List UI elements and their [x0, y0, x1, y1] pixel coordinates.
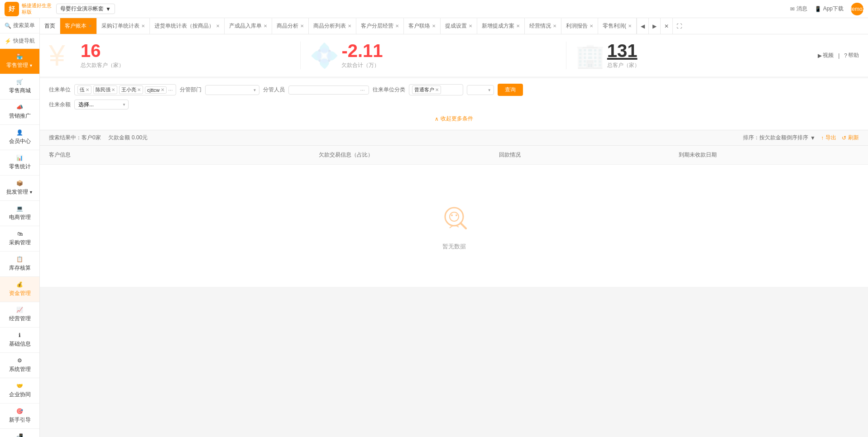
- empty-icon: [436, 201, 472, 237]
- sidebar-item-capital[interactable]: 💰 资金管理: [0, 277, 39, 302]
- tag-close-normal-customer[interactable]: ✕: [435, 87, 439, 92]
- help-links: ▶ 视频 | ? 帮助: [818, 52, 859, 59]
- sidebar: 🔍 搜索菜单 ⚡ 快捷导航 🏪 零售管理 ▼ 🛒 零售商城 📣 营销推广: [0, 18, 40, 437]
- sidebar-item-app-center[interactable]: 📲 应用中心: [0, 429, 39, 437]
- sidebar-item-marketing[interactable]: 📣 营销推广: [0, 100, 39, 125]
- sidebar-item-basic-info[interactable]: ℹ 基础信息: [0, 328, 39, 353]
- sidebar-item-enterprise[interactable]: 🤝 企业协同: [0, 378, 39, 404]
- refresh-button[interactable]: ↺ 刷新: [842, 134, 859, 142]
- tab-inbound-stat[interactable]: 进货单统计表（按商品） ✕: [150, 18, 225, 34]
- tab-close-raise-settings[interactable]: ✕: [469, 24, 472, 28]
- purchase-icon: 🛍: [17, 231, 23, 237]
- settings-icon: ⚙: [17, 357, 22, 364]
- tab-product-analysis-list[interactable]: 商品分析列表 ✕: [309, 18, 356, 34]
- member-icon: 👤: [16, 129, 23, 136]
- tab-raise-settings[interactable]: 提成设置 ✕: [441, 18, 477, 34]
- tab-product-analysis[interactable]: 商品分析 ✕: [272, 18, 309, 34]
- sidebar-item-purchase[interactable]: 🛍 采购管理: [0, 226, 39, 252]
- filter-more-tags[interactable]: ···: [168, 87, 173, 93]
- sidebar-item-retail-mgmt[interactable]: 🏪 零售管理 ▼: [0, 49, 39, 74]
- tab-close-customer-contact[interactable]: ✕: [432, 24, 436, 28]
- tab-new-raise-plan[interactable]: 新增提成方案 ✕: [477, 18, 525, 34]
- person-filter-label: 分管人员: [263, 86, 285, 94]
- export-button[interactable]: ↑ 导出: [821, 134, 836, 142]
- tab-close-customer-tier[interactable]: ✕: [395, 24, 399, 28]
- empty-text: 暂无数据: [442, 242, 466, 251]
- tab-retail-profit[interactable]: 零售利润( ✕: [598, 18, 637, 34]
- video-link[interactable]: ▶ 视频: [818, 52, 834, 59]
- stat-bg-icon-total: 🏢: [575, 42, 605, 69]
- tag-close-wu[interactable]: ✕: [86, 87, 89, 92]
- search-button[interactable]: 查询: [498, 84, 523, 96]
- tag-close-chen[interactable]: ✕: [111, 87, 115, 92]
- tab-close-new-raise-plan[interactable]: ✕: [516, 24, 520, 28]
- person-input-wrap: ···: [288, 86, 369, 95]
- tab-close-profit-report[interactable]: ✕: [590, 24, 593, 28]
- tab-close-product-inbound[interactable]: ✕: [264, 24, 267, 28]
- tab-operations-status[interactable]: 经营情况 ✕: [525, 18, 561, 34]
- tab-product-inbound[interactable]: 产成品入库单 ✕: [225, 18, 272, 34]
- capital-icon: 💰: [16, 281, 23, 288]
- sidebar-item-new-guide[interactable]: 🎯 新手引导: [0, 404, 39, 429]
- tag-close-wang[interactable]: ✕: [137, 87, 141, 92]
- tab-close-all[interactable]: ✕: [660, 18, 672, 34]
- filter-tag-cjttcw[interactable]: cjttcw ✕: [145, 86, 167, 94]
- filter-tag-wu[interactable]: 伍 ✕: [77, 86, 91, 94]
- sidebar-quick[interactable]: ⚡ 快捷导航: [0, 33, 39, 49]
- sidebar-item-sys-mgmt[interactable]: ⚙ 系统管理: [0, 353, 39, 378]
- tab-close-inbound[interactable]: ✕: [216, 24, 220, 28]
- sort-selector[interactable]: 排序：按欠款金额倒序排序 ▼: [743, 134, 815, 142]
- tab-nav-next[interactable]: ▶: [648, 18, 660, 34]
- message-action[interactable]: ✉ 消息: [790, 5, 807, 13]
- person-more-icon[interactable]: ···: [360, 87, 365, 93]
- remainder-select[interactable]: 选择...: [74, 100, 129, 109]
- filter-tag-wang[interactable]: 王小亮 ✕: [119, 86, 143, 94]
- unit-filter-tags: 伍 ✕ 陈民强 ✕ 王小亮 ✕: [74, 84, 176, 95]
- sort-label: 排序：按欠款金额倒序排序: [743, 134, 808, 142]
- dept-select[interactable]: [205, 85, 259, 95]
- top-bar: 好 畅捷通好生意 标版 母婴行业演示帐套 ▼ ✉ 消息 📱 App下载 demo…: [0, 0, 868, 18]
- sidebar-item-operations[interactable]: 📈 经营管理: [0, 302, 39, 328]
- sidebar-item-retail-stat[interactable]: 📊 零售统计: [0, 150, 39, 176]
- sidebar-search[interactable]: 🔍 搜索菜单: [0, 18, 39, 33]
- tab-close-product-analysis-list[interactable]: ✕: [348, 24, 351, 28]
- help-link[interactable]: ? 帮助: [844, 52, 859, 59]
- export-icon: ↑: [821, 135, 824, 141]
- filter-row-1: 往来单位 伍 ✕ 陈民强 ✕ 王小亮: [49, 84, 859, 96]
- app-download-action[interactable]: 📱 App下载: [815, 5, 844, 13]
- tab-customer-book[interactable]: 客户账本 ✕: [60, 18, 97, 34]
- stat-icon: 📊: [16, 155, 23, 161]
- tab-close-product-analysis[interactable]: ✕: [300, 24, 304, 28]
- filter-tag-normal-customer[interactable]: 普通客户 ✕: [412, 86, 441, 94]
- sidebar-item-member[interactable]: 👤 会员中心: [0, 125, 39, 150]
- tab-profit-report[interactable]: 利润报告 ✕: [561, 18, 598, 34]
- chevron-icon: ▼: [29, 63, 33, 68]
- sidebar-item-retail-mall[interactable]: 🛒 零售商城: [0, 74, 39, 100]
- tab-customer-tier[interactable]: 客户分层经营 ✕: [356, 18, 404, 34]
- sidebar-item-inventory[interactable]: 📋 库存核算: [0, 252, 39, 277]
- tab-close-operations[interactable]: ✕: [553, 24, 556, 28]
- tab-customer-contact[interactable]: 客户联络 ✕: [404, 18, 441, 34]
- unit-class-label: 往来单位分类: [373, 86, 405, 94]
- filter-tag-chen[interactable]: 陈民强 ✕: [93, 86, 117, 94]
- chevron-icon-2: ▼: [29, 190, 33, 195]
- tab-close-customer-book[interactable]: ✕: [88, 24, 92, 28]
- tab-close-purchase-order[interactable]: ✕: [141, 24, 145, 28]
- sidebar-item-wholesale[interactable]: 📦 批发管理 ▼: [0, 176, 39, 201]
- sidebar-item-ecommerce[interactable]: 💻 电商管理: [0, 201, 39, 226]
- svg-point-3: [451, 214, 453, 216]
- tab-home[interactable]: 首页: [40, 18, 60, 34]
- results-bar: 搜索结果中：客户0家 欠款金额 0.00元 排序：按欠款金额倒序排序 ▼ ↑ 导…: [40, 130, 868, 146]
- tab-expand[interactable]: ⛶: [672, 18, 686, 34]
- tag-close-cjttcw[interactable]: ✕: [161, 87, 164, 92]
- tab-close-retail-profit[interactable]: ✕: [628, 24, 632, 28]
- app-icon: 📱: [815, 6, 821, 12]
- stat-label-overdue: 欠款合计（万）: [341, 62, 383, 69]
- avatar[interactable]: demo2: [851, 3, 863, 15]
- collapse-filter-btn[interactable]: ∧ 收起更多条件: [49, 113, 859, 124]
- tab-purchase-order-stat[interactable]: 采购订单统计表 ✕: [97, 18, 150, 34]
- tab-nav-prev[interactable]: ◀: [637, 18, 648, 34]
- unit-class-select[interactable]: [467, 85, 494, 95]
- account-selector[interactable]: 母婴行业演示帐套 ▼: [56, 4, 115, 14]
- person-input[interactable]: [293, 87, 360, 93]
